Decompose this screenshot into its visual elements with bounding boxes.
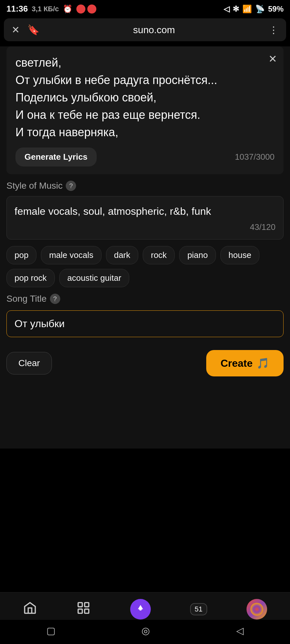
status-bar: 11:36 3,1 КБ/с ⏰ ◁ ✻ 📶 📡 59% (0, 0, 290, 16)
svg-point-4 (139, 608, 142, 611)
lyrics-text: светлей, От улыбки в небе радуга проснёт… (15, 54, 275, 141)
song-title-label: Song Title ? (6, 294, 284, 304)
browser-left-icons: ✕ 🔖 (12, 24, 39, 35)
network-speed: 3,1 КБ/с (32, 5, 59, 13)
android-nav-bar: ▢ ◎ ◁ (0, 620, 290, 644)
wifi-icon: 📡 (255, 5, 265, 14)
svg-rect-2 (78, 609, 82, 613)
android-home-button[interactable]: ◎ (141, 625, 150, 636)
song-title-section: Song Title ? (6, 294, 284, 337)
style-of-music-section: Style of Music ? female vocals, soul, at… (6, 181, 284, 287)
close-tab-button[interactable]: ✕ (12, 24, 20, 35)
clear-button[interactable]: Clear (6, 352, 52, 374)
song-title-input[interactable] (6, 310, 284, 337)
generate-lyrics-button[interactable]: Generate Lyrics (15, 147, 97, 166)
alarm-icon: ⏰ (63, 5, 72, 14)
style-tag-acoustic-guitar[interactable]: acoustic guitar (59, 269, 130, 287)
status-left: 11:36 3,1 КБ/с ⏰ (6, 4, 96, 14)
android-back-button[interactable]: ◁ (236, 625, 244, 636)
create-label: Create (220, 357, 253, 369)
svg-rect-0 (78, 602, 82, 607)
song-title-help-icon[interactable]: ? (50, 294, 60, 304)
style-tag-house[interactable]: house (220, 246, 259, 264)
lyrics-footer: Generate Lyrics 1037/3000 (15, 147, 275, 166)
android-recent-button[interactable]: ▢ (46, 625, 55, 636)
style-tag-male-vocals[interactable]: male vocals (41, 246, 101, 264)
create-button[interactable]: Create 🎵 (206, 350, 284, 376)
browser-bar: ✕ 🔖 suno.com ⋮ (4, 18, 286, 41)
notification-badge[interactable]: 51 (190, 603, 207, 615)
profile-avatar[interactable] (247, 599, 267, 620)
suno-button[interactable] (130, 599, 151, 620)
nav-profile[interactable] (247, 599, 267, 620)
lyrics-close-button[interactable]: ✕ (268, 53, 277, 65)
style-tag-dark[interactable]: dark (106, 246, 139, 264)
style-input-value[interactable]: female vocals, soul, atmospheric, r&b, f… (15, 204, 276, 219)
record-icon-1 (76, 5, 85, 14)
browser-right-icons: ⋮ (269, 24, 278, 35)
nav-notifications[interactable]: 51 (190, 603, 207, 615)
style-tag-rock[interactable]: rock (143, 246, 175, 264)
main-content: светлей, От улыбки в небе радуга проснёт… (0, 46, 290, 449)
style-char-count: 43/120 (15, 222, 276, 232)
nav-suno[interactable] (130, 599, 151, 620)
bookmark-button[interactable]: 🔖 (27, 24, 39, 35)
svg-point-5 (250, 603, 263, 616)
signal-icon: 📶 (242, 5, 252, 14)
home-icon (23, 601, 37, 618)
action-area: Clear Create 🎵 (6, 350, 284, 376)
style-tag-piano[interactable]: piano (179, 246, 216, 264)
nav-home[interactable] (23, 601, 37, 618)
lyrics-box: светлей, От улыбки в небе радуга проснёт… (6, 46, 284, 174)
battery-display: 59% (268, 5, 284, 14)
time-display: 11:36 (6, 4, 28, 14)
status-right: ◁ ✻ 📶 📡 59% (224, 5, 284, 14)
style-input-box[interactable]: female vocals, soul, atmospheric, r&b, f… (6, 196, 284, 240)
nav-grid[interactable] (76, 601, 91, 618)
browser-menu-button[interactable]: ⋮ (269, 24, 278, 35)
svg-rect-3 (85, 609, 89, 613)
style-help-icon[interactable]: ? (66, 181, 76, 191)
location-icon: ◁ (224, 5, 229, 14)
lyrics-char-count: 1037/3000 (235, 152, 275, 162)
style-tags-container: popmale vocalsdarkrockpianohousepop rock… (6, 246, 284, 287)
style-label: Style of Music ? (6, 181, 284, 191)
create-icon: 🎵 (256, 357, 269, 369)
record-icon-2 (87, 5, 96, 14)
bluetooth-icon: ✻ (233, 5, 239, 14)
grid-icon (76, 601, 91, 618)
url-display[interactable]: suno.com (133, 24, 175, 35)
svg-rect-1 (85, 602, 89, 607)
style-tag-pop[interactable]: pop (6, 246, 36, 264)
style-tag-pop-rock[interactable]: pop rock (6, 269, 55, 287)
